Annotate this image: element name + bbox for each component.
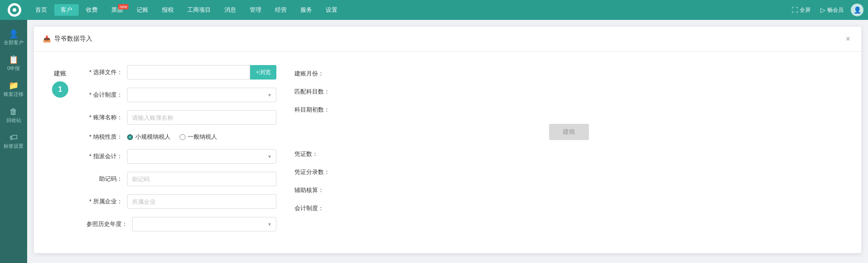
voucher-label: 凭证数： (294, 150, 335, 158)
top-navigation: 首页 客户 收费 票据 new 记账 报税 工商项目 消息 管理 经营 服务 设… (0, 0, 868, 20)
sidebar-label-zero-report: 0申报 (7, 66, 20, 71)
build-month-row: 建账月份： (294, 70, 843, 78)
account-migration-icon: 📁 (9, 81, 19, 89)
info-section: 建账月份： 匹配科目数： 科目期初数： 建账 (294, 65, 843, 240)
sidebar-item-all-clients[interactable]: 👤 全部客户 (0, 24, 27, 50)
accountant-row: * 指派会计： ▼ (86, 149, 276, 164)
new-badge: new (118, 4, 128, 9)
nav-item-fee[interactable]: 收费 (80, 4, 104, 16)
small-taxpayer-option[interactable]: 小规模纳税人 (127, 133, 171, 141)
history-year-row: 参照历史年度： ▼ (86, 217, 276, 231)
accountant-label: * 指派会计： (86, 152, 123, 160)
company-label: * 所属企业： (86, 197, 123, 206)
memo-input[interactable] (127, 172, 276, 186)
form-section: * 选择文件： +浏览 * 会计制度： ▼ (86, 65, 276, 240)
nav-item-client[interactable]: 客户 (54, 4, 79, 16)
member-icon: ▷ (821, 6, 825, 14)
sidebar-label-all-clients: 全部客户 (4, 40, 24, 46)
voucher-entries-label: 凭证分录数： (294, 168, 335, 176)
build-btn-wrapper: 建账 (294, 124, 843, 140)
zero-report-icon: 📋 (9, 56, 19, 64)
memo-row: 助记码： (86, 172, 276, 186)
nav-item-home[interactable]: 首页 (29, 4, 53, 16)
all-clients-icon: 👤 (9, 30, 19, 38)
small-taxpayer-radio[interactable] (127, 134, 133, 140)
small-taxpayer-label: 小规模纳税人 (135, 133, 171, 141)
match-subjects-label: 匹配科目数： (294, 88, 335, 96)
nav-item-invoice[interactable]: 票据 new (105, 4, 129, 16)
nav-item-service[interactable]: 服务 (294, 4, 318, 16)
build-month-label: 建账月份： (294, 70, 335, 78)
accountant-select-wrapper: ▼ (127, 149, 276, 164)
sidebar-label-tag-settings: 标签设置 (4, 143, 24, 149)
file-row: * 选择文件： +浏览 (86, 65, 276, 80)
ledger-name-label: * 账簿名称： (86, 113, 123, 122)
accounting-system-row: * 会计制度： ▼ (86, 88, 276, 102)
nav-item-settings[interactable]: 设置 (319, 4, 344, 16)
nav-item-bookkeeping[interactable]: 记账 (130, 4, 155, 16)
auxiliary-label: 辅助核算： (294, 186, 335, 194)
accounting-system-label: * 会计制度： (86, 91, 123, 99)
content-area: 📥 导爷数据导入 × 建账 1 * 选择文件： (27, 20, 868, 263)
recycle-bin-icon: 🗑 (9, 108, 18, 116)
sidebar-item-account-migration[interactable]: 📁 账套迁移 (0, 76, 27, 102)
step-circle: 1 (52, 81, 68, 98)
ledger-name-row: * 账簿名称： (86, 110, 276, 125)
nav-menu: 首页 客户 收费 票据 new 记账 报税 工商项目 消息 管理 经营 服务 设… (29, 4, 789, 16)
company-input[interactable] (127, 194, 276, 209)
fullscreen-button[interactable]: ⛶ 全屏 (789, 5, 813, 16)
tax-nature-row: * 纳税性质： 小规模纳税人 一般纳税人 (86, 133, 276, 141)
nav-item-operation[interactable]: 经营 (269, 4, 293, 16)
step-indicator: 建账 1 (52, 65, 68, 240)
info-accounting-system-label: 会计制度： (294, 204, 335, 212)
nav-item-manage[interactable]: 管理 (243, 4, 268, 16)
initial-subjects-row: 科目期初数： (294, 106, 843, 114)
file-input[interactable] (127, 65, 250, 80)
import-icon: 📥 (43, 35, 51, 42)
history-year-label: 参照历史年度： (86, 220, 128, 228)
dialog-body: 建账 1 * 选择文件： +浏览 (34, 52, 861, 253)
voucher-entries-row: 凭证分录数： (294, 168, 843, 176)
file-input-group: +浏览 (127, 65, 276, 80)
file-label: * 选择文件： (86, 68, 123, 76)
nav-item-business[interactable]: 工商项目 (181, 4, 217, 16)
nav-right-area: ⛶ 全屏 ▷ 畅会员 👤 (789, 4, 863, 16)
match-subjects-row: 匹配科目数： (294, 88, 843, 96)
tag-settings-icon: 🏷 (9, 133, 18, 141)
main-layout: 👤 全部客户 📋 0申报 📁 账套迁移 🗑 回收站 🏷 标签设置 📥 导爷数据 (0, 20, 868, 263)
nav-item-message[interactable]: 消息 (218, 4, 242, 16)
initial-subjects-label: 科目期初数： (294, 106, 335, 114)
step-label: 建账 (54, 70, 66, 78)
sidebar-label-account-migration: 账套迁移 (4, 91, 24, 97)
company-row: * 所属企业： (86, 194, 276, 209)
avatar-icon: 👤 (854, 6, 861, 14)
sidebar-item-zero-report[interactable]: 📋 0申报 (0, 50, 27, 76)
info-accounting-system-row: 会计制度： (294, 204, 843, 212)
nav-item-tax[interactable]: 报税 (156, 4, 180, 16)
browse-button[interactable]: +浏览 (250, 65, 276, 80)
sidebar-label-recycle-bin: 回收站 (6, 117, 21, 123)
accounting-system-select[interactable] (127, 88, 276, 102)
build-account-button[interactable]: 建账 (549, 124, 589, 140)
sidebar: 👤 全部客户 📋 0申报 📁 账套迁移 🗑 回收站 🏷 标签设置 (0, 20, 27, 263)
accounting-system-select-wrapper: ▼ (127, 88, 276, 102)
general-taxpayer-option[interactable]: 一般纳税人 (180, 133, 217, 141)
sidebar-item-tag-settings[interactable]: 🏷 标签设置 (0, 128, 27, 154)
ledger-name-input[interactable] (127, 110, 276, 125)
history-year-select-wrapper: ▼ (132, 217, 276, 231)
sidebar-item-recycle-bin[interactable]: 🗑 回收站 (0, 102, 27, 128)
app-logo[interactable] (5, 0, 24, 20)
dialog-close-button[interactable]: × (844, 33, 852, 45)
memo-label: 助记码： (86, 175, 123, 183)
member-button[interactable]: ▷ 畅会员 (818, 5, 846, 16)
tax-nature-label: * 纳税性质： (86, 133, 123, 141)
general-taxpayer-radio[interactable] (180, 134, 185, 140)
auxiliary-row: 辅助核算： (294, 186, 843, 194)
import-dialog: 📥 导爷数据导入 × 建账 1 * 选择文件： (34, 27, 861, 253)
voucher-row: 凭证数： (294, 150, 843, 158)
fullscreen-icon: ⛶ (792, 6, 798, 14)
tax-nature-radio-group: 小规模纳税人 一般纳税人 (127, 133, 276, 141)
accountant-select[interactable] (127, 149, 276, 164)
history-year-select[interactable] (132, 217, 276, 231)
user-avatar[interactable]: 👤 (851, 4, 863, 16)
